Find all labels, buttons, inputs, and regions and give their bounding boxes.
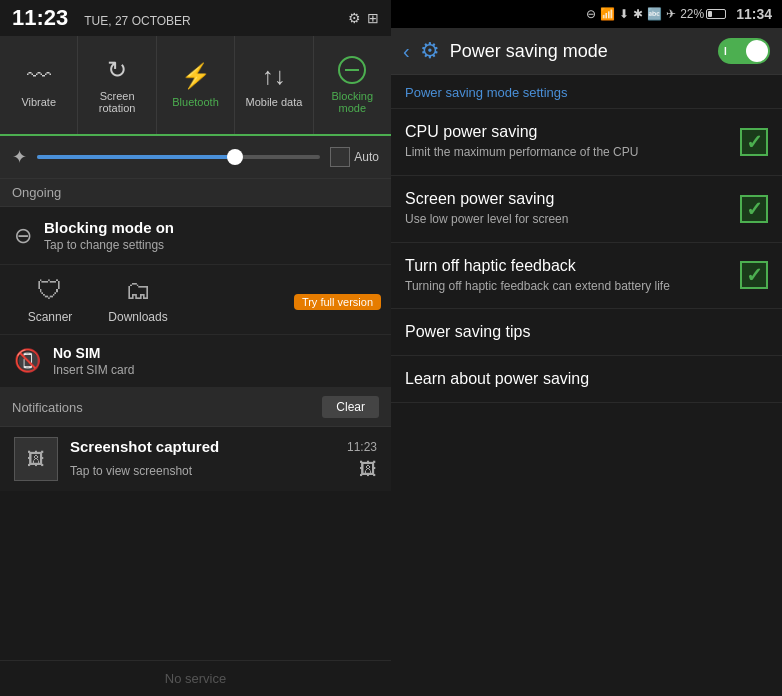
minus-icon: ⊖: [586, 7, 596, 21]
power-saving-header: ‹ ⚙ Power saving mode I: [391, 28, 782, 75]
power-saving-toggle[interactable]: I: [718, 38, 770, 64]
notifications-header: Notifications Clear: [0, 388, 391, 427]
haptic-feedback-checkbox[interactable]: ✓: [740, 261, 768, 289]
qs-vibrate-label: Vibrate: [21, 96, 56, 108]
cpu-power-saving-title: CPU power saving: [405, 123, 740, 141]
qs-blocking-label: Blocking mode: [318, 90, 387, 114]
brightness-thumb: [227, 149, 243, 165]
vibrate-icon: 〰: [27, 62, 51, 90]
ad-badge[interactable]: Try full version: [294, 294, 381, 310]
settings-icon[interactable]: ⚙: [348, 10, 361, 26]
scanner-label: Scanner: [28, 310, 73, 324]
qs-mobile-data-label: Mobile data: [245, 96, 302, 108]
downloads-icon: 🗂: [125, 275, 151, 306]
brightness-slider[interactable]: [37, 155, 320, 159]
bottom-bar-left: No service: [0, 660, 391, 696]
blocking-mode-icon: [338, 56, 366, 84]
qs-screen-rotation[interactable]: ↻ Screen rotation: [78, 36, 156, 134]
blocking-mode-sub: Tap to change settings: [44, 238, 377, 252]
screenshot-notification[interactable]: 🖼 Screenshot captured 11:23 Tap to view …: [0, 427, 391, 491]
brightness-auto: Auto: [330, 147, 379, 167]
screen-power-saving-title: Screen power saving: [405, 190, 740, 208]
network-icon: 🔤: [647, 7, 662, 21]
status-icons-left: ⚙ ⊞: [348, 10, 379, 26]
battery-percent: 22%: [680, 7, 704, 21]
screenshot-sub: Tap to view screenshot: [70, 464, 192, 478]
scanner-icon: 🛡: [37, 275, 63, 306]
learn-power-saving-link[interactable]: Learn about power saving: [391, 356, 782, 403]
toggle-knob: [746, 40, 768, 62]
screenshot-image-icon: 🖼: [359, 459, 377, 480]
brightness-row: ✦ Auto: [0, 136, 391, 179]
screen-power-saving-text: Screen power saving Use low power level …: [405, 190, 740, 228]
ad-badge-wrap: Try full version: [294, 290, 381, 310]
toggle-label: I: [724, 46, 727, 57]
ad-row: 🛡 Scanner 🗂 Downloads Try full version: [0, 265, 391, 335]
brightness-fill: [37, 155, 235, 159]
qs-mobile-data[interactable]: ↑↓ Mobile data: [235, 36, 313, 134]
right-panel: ⊖ 📶 ⬇ ✱ 🔤 ✈ 22% 11:34 ‹ ⚙ Power saving m…: [391, 0, 782, 696]
screenshot-info: Screenshot captured 11:23 Tap to view sc…: [70, 438, 377, 480]
power-saving-tips-link[interactable]: Power saving tips: [391, 309, 782, 356]
battery-fill: [708, 11, 712, 17]
wifi-icon: ⬇: [619, 7, 629, 21]
notifications-label: Notifications: [12, 400, 83, 415]
haptic-check-mark: ✓: [746, 263, 763, 287]
status-bar-right: ⊖ 📶 ⬇ ✱ 🔤 ✈ 22% 11:34: [391, 0, 782, 28]
no-sim-icon: 📵: [14, 348, 41, 374]
status-date-left: TUE, 27 OCTOBER: [84, 14, 190, 28]
blocking-mode-text: Blocking mode on Tap to change settings: [44, 219, 377, 252]
battery-body: [706, 9, 726, 19]
qs-blocking-mode[interactable]: Blocking mode: [314, 36, 391, 134]
screen-power-saving-item[interactable]: Screen power saving Use low power level …: [391, 176, 782, 243]
screen-power-saving-checkbox[interactable]: ✓: [740, 195, 768, 223]
grid-icon[interactable]: ⊞: [367, 10, 379, 26]
back-button[interactable]: ‹: [403, 40, 410, 63]
haptic-feedback-title: Turn off haptic feedback: [405, 257, 740, 275]
blocking-mode-notification[interactable]: ⊖ Blocking mode on Tap to change setting…: [0, 207, 391, 265]
left-panel: 11:23 TUE, 27 OCTOBER ⚙ ⊞ 〰 Vibrate ↻ Sc…: [0, 0, 391, 696]
haptic-feedback-text: Turn off haptic feedback Turning off hap…: [405, 257, 740, 295]
qs-bluetooth[interactable]: ⚡ Bluetooth: [157, 36, 235, 134]
screenshot-time: 11:23: [347, 440, 377, 454]
screenshot-thumbnail: 🖼: [14, 437, 58, 481]
haptic-feedback-sub: Turning off haptic feedback can extend b…: [405, 278, 740, 295]
cpu-power-saving-checkbox[interactable]: ✓: [740, 128, 768, 156]
brightness-icon: ✦: [12, 146, 27, 168]
blocking-mode-notif-icon: ⊖: [14, 223, 32, 249]
no-sim-notification[interactable]: 📵 No SIM Insert SIM card: [0, 335, 391, 388]
cpu-power-saving-text: CPU power saving Limit the maximum perfo…: [405, 123, 740, 161]
status-bar-left: 11:23 TUE, 27 OCTOBER ⚙ ⊞: [0, 0, 391, 36]
blocking-mode-title: Blocking mode on: [44, 219, 377, 236]
ongoing-header: Ongoing: [0, 179, 391, 207]
scanner-ad-item[interactable]: 🛡 Scanner: [10, 275, 90, 324]
screen-check-mark: ✓: [746, 197, 763, 221]
status-time-left: 11:23: [12, 5, 68, 31]
clear-button[interactable]: Clear: [322, 396, 379, 418]
downloads-label: Downloads: [108, 310, 167, 324]
qs-bluetooth-label: Bluetooth: [172, 96, 218, 108]
cpu-power-saving-item[interactable]: CPU power saving Limit the maximum perfo…: [391, 109, 782, 176]
signal-icon-right: 📶: [600, 7, 615, 21]
header-title: Power saving mode: [450, 41, 708, 62]
downloads-ad-item[interactable]: 🗂 Downloads: [98, 275, 178, 324]
cpu-power-saving-sub: Limit the maximum performance of the CPU: [405, 144, 740, 161]
quick-settings-row: 〰 Vibrate ↻ Screen rotation ⚡ Bluetooth …: [0, 36, 391, 136]
mobile-data-icon: ↑↓: [262, 62, 286, 90]
screen-power-saving-sub: Use low power level for screen: [405, 211, 740, 228]
no-service-label: No service: [165, 671, 226, 686]
qs-vibrate[interactable]: 〰 Vibrate: [0, 36, 78, 134]
bluetooth-icon-right: ✱: [633, 7, 643, 21]
bluetooth-icon: ⚡: [181, 62, 211, 90]
auto-checkbox[interactable]: [330, 147, 350, 167]
no-sim-title: No SIM: [53, 345, 377, 361]
settings-gear-icon: ⚙: [420, 38, 440, 64]
no-sim-text: No SIM Insert SIM card: [53, 345, 377, 377]
rotation-icon: ↻: [107, 56, 127, 84]
settings-subtitle: Power saving mode settings: [391, 75, 782, 109]
qs-rotation-label: Screen rotation: [82, 90, 151, 114]
battery-indicator: 22%: [680, 7, 726, 21]
haptic-feedback-item[interactable]: Turn off haptic feedback Turning off hap…: [391, 243, 782, 310]
screenshot-title: Screenshot captured: [70, 438, 219, 455]
airplane-icon: ✈: [666, 7, 676, 21]
